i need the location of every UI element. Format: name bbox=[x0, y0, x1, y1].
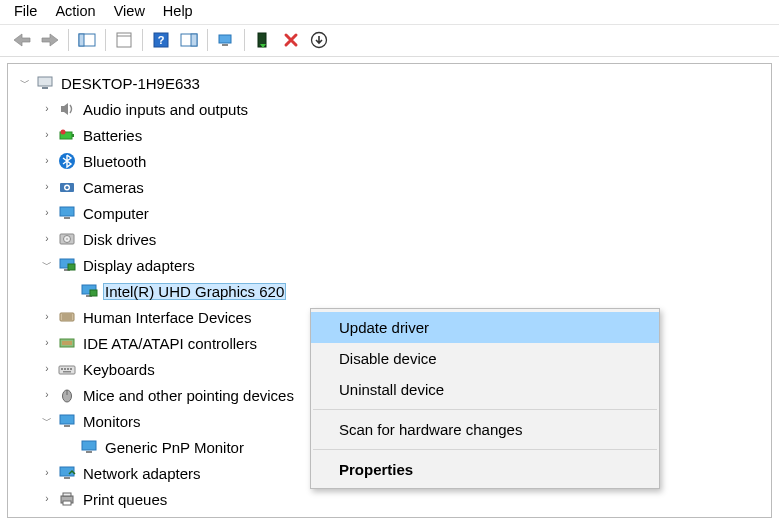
ide-icon bbox=[57, 333, 77, 353]
svg-rect-37 bbox=[62, 341, 72, 345]
mouse-icon bbox=[57, 385, 77, 405]
separator bbox=[207, 29, 208, 51]
tree-label[interactable]: Human Interface Devices bbox=[81, 309, 253, 326]
menu-help[interactable]: Help bbox=[163, 3, 193, 19]
camera-icon bbox=[57, 177, 77, 197]
tree-label[interactable]: Audio inputs and outputs bbox=[81, 101, 250, 118]
menu-action[interactable]: Action bbox=[55, 3, 95, 19]
svg-rect-49 bbox=[86, 451, 92, 453]
divider bbox=[313, 449, 657, 450]
expander-right-icon[interactable]: › bbox=[40, 102, 54, 116]
svg-text:?: ? bbox=[158, 34, 165, 46]
expander-right-icon[interactable]: › bbox=[40, 206, 54, 220]
show-hide-tree-button[interactable] bbox=[73, 28, 101, 52]
tree-category-cameras[interactable]: › Cameras bbox=[18, 174, 771, 200]
tree-label[interactable]: Print queues bbox=[81, 491, 169, 508]
svg-rect-31 bbox=[90, 290, 97, 296]
svg-rect-28 bbox=[68, 264, 75, 270]
svg-rect-13 bbox=[42, 87, 48, 89]
tree-category-bluetooth[interactable]: › Bluetooth bbox=[18, 148, 771, 174]
tree-label[interactable]: Batteries bbox=[81, 127, 144, 144]
monitor-icon bbox=[79, 437, 99, 457]
expander-right-icon[interactable]: › bbox=[40, 154, 54, 168]
expander-down-icon[interactable]: ﹀ bbox=[40, 258, 54, 272]
display-adapter-icon bbox=[79, 281, 99, 301]
expander-right-icon[interactable]: › bbox=[40, 128, 54, 142]
menu-view[interactable]: View bbox=[114, 3, 145, 19]
tree-category-display[interactable]: ﹀ Display adapters bbox=[18, 252, 771, 278]
back-button[interactable] bbox=[8, 28, 36, 52]
menubar: File Action View Help bbox=[0, 0, 779, 25]
tree-label[interactable]: Intel(R) UHD Graphics 620 bbox=[103, 283, 286, 300]
properties-button[interactable] bbox=[110, 28, 138, 52]
scan-button[interactable] bbox=[212, 28, 240, 52]
tree-category-audio[interactable]: › Audio inputs and outputs bbox=[18, 96, 771, 122]
expander-right-icon[interactable]: › bbox=[40, 310, 54, 324]
tree-category-print[interactable]: › Print queues bbox=[18, 486, 771, 512]
action-list-button[interactable] bbox=[175, 28, 203, 52]
svg-rect-8 bbox=[219, 35, 231, 43]
expander-right-icon[interactable]: › bbox=[40, 492, 54, 506]
svg-point-16 bbox=[61, 130, 66, 135]
bluetooth-icon bbox=[57, 151, 77, 171]
forward-button[interactable] bbox=[36, 28, 64, 52]
tree-label[interactable]: DESKTOP-1H9E633 bbox=[59, 75, 202, 92]
tree-label[interactable]: Computer bbox=[81, 205, 151, 222]
svg-rect-41 bbox=[67, 368, 69, 370]
tree-label[interactable]: Monitors bbox=[81, 413, 143, 430]
expander-down-icon[interactable]: ﹀ bbox=[18, 76, 32, 90]
svg-rect-21 bbox=[60, 207, 74, 216]
tree-label[interactable]: Mice and other pointing devices bbox=[81, 387, 296, 404]
update-button[interactable] bbox=[305, 28, 333, 52]
expander-right-icon[interactable]: › bbox=[40, 362, 54, 376]
expander-right-icon[interactable]: › bbox=[40, 180, 54, 194]
menu-file[interactable]: File bbox=[14, 3, 37, 19]
tree-label[interactable]: Disk drives bbox=[81, 231, 158, 248]
monitor-icon bbox=[57, 203, 77, 223]
expander-right-icon[interactable]: › bbox=[40, 388, 54, 402]
tree-category-computer[interactable]: › Computer bbox=[18, 200, 771, 226]
monitor-icon bbox=[57, 411, 77, 431]
svg-rect-46 bbox=[60, 415, 74, 424]
tree-label[interactable]: IDE ATA/ATAPI controllers bbox=[81, 335, 259, 352]
tree-category-disk[interactable]: › Disk drives bbox=[18, 226, 771, 252]
tree-label[interactable]: Bluetooth bbox=[81, 153, 148, 170]
tree-category-batteries[interactable]: › Batteries bbox=[18, 122, 771, 148]
tree-label[interactable]: Keyboards bbox=[81, 361, 157, 378]
context-uninstall-device[interactable]: Uninstall device bbox=[311, 374, 659, 405]
separator bbox=[244, 29, 245, 51]
computer-icon bbox=[35, 73, 55, 93]
context-disable-device[interactable]: Disable device bbox=[311, 343, 659, 374]
help-button[interactable]: ? bbox=[147, 28, 175, 52]
tree-label[interactable]: Display adapters bbox=[81, 257, 197, 274]
svg-rect-1 bbox=[79, 34, 84, 46]
expander-right-icon[interactable]: › bbox=[40, 466, 54, 480]
printer-icon bbox=[57, 489, 77, 509]
tree-label[interactable]: Network adapters bbox=[81, 465, 203, 482]
context-scan-hardware[interactable]: Scan for hardware changes bbox=[311, 414, 659, 445]
separator bbox=[105, 29, 106, 51]
keyboard-icon bbox=[57, 359, 77, 379]
svg-rect-54 bbox=[63, 501, 71, 505]
context-properties[interactable]: Properties bbox=[311, 454, 659, 485]
tree-label[interactable]: Cameras bbox=[81, 179, 146, 196]
svg-point-25 bbox=[66, 238, 68, 240]
enable-button[interactable] bbox=[249, 28, 277, 52]
svg-rect-39 bbox=[61, 368, 63, 370]
tree-root[interactable]: ﹀ DESKTOP-1H9E633 bbox=[18, 70, 771, 96]
svg-rect-2 bbox=[117, 33, 131, 47]
svg-rect-53 bbox=[63, 493, 71, 496]
delete-button[interactable] bbox=[277, 28, 305, 52]
speaker-icon bbox=[57, 99, 77, 119]
tree-label[interactable]: Generic PnP Monitor bbox=[103, 439, 246, 456]
separator bbox=[68, 29, 69, 51]
toolbar: ? bbox=[0, 25, 779, 57]
expander-down-icon[interactable]: ﹀ bbox=[40, 414, 54, 428]
context-update-driver[interactable]: Update driver bbox=[311, 312, 659, 343]
expander-right-icon[interactable]: › bbox=[40, 336, 54, 350]
svg-rect-43 bbox=[63, 371, 71, 373]
tree-device-intel-uhd[interactable]: › Intel(R) UHD Graphics 620 bbox=[18, 278, 771, 304]
svg-rect-9 bbox=[222, 44, 228, 46]
expander-right-icon[interactable]: › bbox=[40, 232, 54, 246]
separator bbox=[142, 29, 143, 51]
